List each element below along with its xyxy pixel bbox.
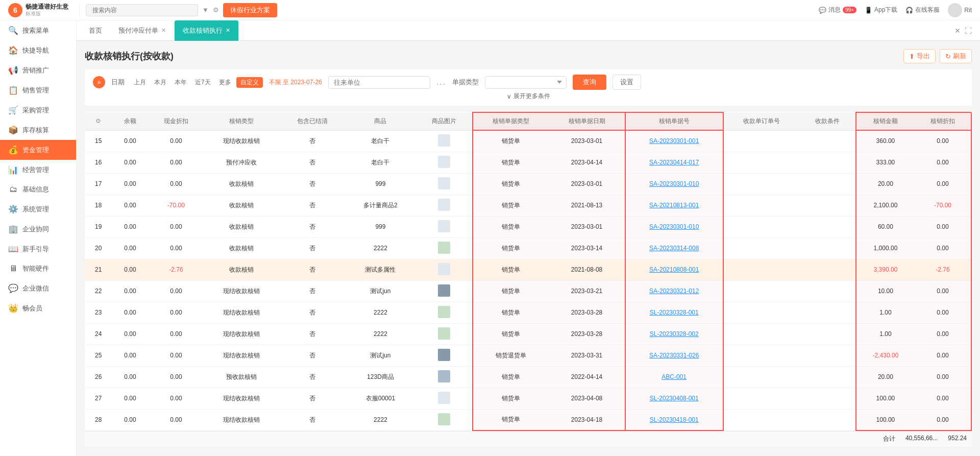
verify-type-cell: 收款核销 [229, 223, 254, 230]
row-number: 17 [95, 180, 102, 187]
row-number: 26 [95, 373, 102, 380]
bill-number-link[interactable]: SL-20230328-002 [650, 330, 699, 338]
dropdown-icon[interactable]: ▼ [202, 6, 209, 14]
verify-type-cell: 收款核销 [229, 266, 254, 273]
sidebar: 🔍 搜索菜单 🏠 快捷导航 📢 营销推广 📋 销售管理 🛒 采购管理 📦 库存核… [0, 20, 77, 456]
filter-date-this-year[interactable]: 本年 [172, 77, 190, 88]
product-image-thumb [438, 327, 450, 340]
online-service-btn[interactable]: 🎧 在线客服 [905, 6, 940, 14]
filter-billtype-select[interactable] [485, 76, 567, 89]
sidebar-item-wechat[interactable]: 💬 企业微信 [0, 278, 76, 298]
bill-number-link[interactable]: ABC-001 [662, 373, 687, 380]
tab-collection[interactable]: 收款核销执行 ✕ [175, 20, 239, 41]
tab-home[interactable]: 首页 [81, 20, 110, 41]
filter-date-last-month[interactable]: 上月 [131, 77, 149, 88]
message-btn[interactable]: 💬 消息 99+ [819, 6, 856, 14]
bill-number-link[interactable]: SL-20230408-001 [650, 395, 699, 402]
filter-date-this-month[interactable]: 本月 [151, 77, 169, 88]
phone-icon: 📱 [865, 7, 872, 14]
bill-type-cell: 销货单 [502, 373, 520, 380]
tab-expand-icon[interactable]: ⛶ [965, 27, 972, 35]
sidebar-item-quicknav[interactable]: 🏠 快捷导航 [0, 40, 76, 60]
sidebar-item-basicinfo[interactable]: 🗂 基础信息 [0, 180, 76, 199]
search-input[interactable] [86, 4, 198, 16]
product-cell: 2222 [374, 330, 387, 338]
tab-close-all-icon[interactable]: ✕ [954, 27, 961, 35]
th-balance: 余额 [112, 112, 149, 130]
tab-prepaid[interactable]: 预付冲应付单 ✕ [110, 20, 175, 41]
sidebar-item-label: 资金管理 [22, 146, 49, 155]
sidebar-item-sales[interactable]: 📋 销售管理 [0, 80, 76, 100]
table-row: 180.00-70.00收款核销否多计量商品2销货单2021-08-13SA-2… [85, 195, 971, 216]
sidebar-item-search[interactable]: 🔍 搜索菜单 [0, 20, 76, 40]
bill-number-link[interactable]: SA-20230414-017 [649, 159, 699, 166]
bill-number-link[interactable]: SA-20230301-001 [649, 137, 699, 145]
gear-icon[interactable]: ⚙ [95, 117, 101, 125]
bill-type-cell: 销货单 [502, 137, 520, 145]
bill-type-cell: 销货单 [502, 266, 520, 273]
bill-number-link[interactable]: SA-20230314-008 [649, 245, 699, 252]
app-download-btn[interactable]: 📱 App下载 [865, 6, 897, 14]
filter-partner-input[interactable] [328, 76, 430, 89]
sidebar-item-operation[interactable]: 📊 经营管理 [0, 160, 76, 180]
balance-cell: 0.00 [124, 223, 136, 230]
bill-number-link[interactable]: SA-20230301-010 [649, 180, 699, 187]
expand-more-btn[interactable]: ∨ 展开更多条件 [93, 92, 964, 101]
th-product: 商品 [345, 112, 416, 130]
search-menu-icon: 🔍 [8, 26, 18, 35]
tab-home-label: 首页 [89, 26, 102, 35]
filter-date-more[interactable]: 更多 [216, 77, 234, 88]
sidebar-item-enterprise[interactable]: 🏢 企业协同 [0, 219, 76, 239]
export-icon: ⬆ [909, 53, 915, 60]
cash-discount-cell: 0.00 [170, 352, 182, 359]
product-cell: 多计量商品2 [363, 202, 398, 209]
filter-date-7days[interactable]: 近7天 [192, 77, 214, 88]
sidebar-item-system[interactable]: ⚙️ 系统管理 [0, 199, 76, 219]
industry-button[interactable]: 休假行业方案 [223, 3, 277, 17]
footer-total-label: 合计 [883, 435, 895, 443]
user-profile[interactable]: Rit [948, 3, 972, 17]
filter-date-options: 上月 本月 本年 近7天 更多 自定义 [131, 77, 263, 88]
bill-number-link[interactable]: SL-20230328-001 [650, 309, 699, 316]
th-verify-discount: 核销折扣 [915, 112, 971, 130]
cash-discount-cell: -70.00 [167, 202, 185, 209]
bill-number-link[interactable]: SA-20230301-010 [649, 223, 699, 230]
row-number: 19 [95, 223, 102, 230]
th-bill-number: 核销单据号 [625, 112, 723, 130]
query-button[interactable]: 查询 [573, 75, 606, 90]
search-area: ▼ ⚙ 休假行业方案 [86, 3, 813, 17]
sidebar-item-member[interactable]: 👑 畅会员 [0, 298, 76, 318]
tab-prepaid-close[interactable]: ✕ [161, 27, 166, 34]
sidebar-item-guide[interactable]: 📖 新手引导 [0, 239, 76, 259]
bill-number-link[interactable]: SA-20230321-012 [649, 287, 699, 295]
verify-amount-cell: 1.00 [879, 309, 891, 316]
sidebar-item-purchase[interactable]: 🛒 采购管理 [0, 100, 76, 120]
filter-custom-button[interactable]: 自定义 [236, 77, 263, 88]
sidebar-item-marketing[interactable]: 📢 营销推广 [0, 60, 76, 80]
bill-number-link[interactable]: SL-20230418-001 [650, 416, 699, 423]
row-number: 24 [95, 330, 102, 338]
sidebar-item-label: 智能硬件 [22, 264, 49, 273]
filter-settings-button[interactable]: 设置 [612, 75, 641, 90]
bill-number-link[interactable]: SA-20210808-001 [649, 266, 699, 273]
refresh-button[interactable]: ↻ 刷新 [940, 49, 972, 63]
tab-collection-close[interactable]: ✕ [226, 27, 230, 34]
bill-type-cell: 销货单 [502, 202, 520, 209]
cash-discount-cell: 0.00 [170, 373, 182, 380]
bill-number-link[interactable]: SA-20210813-001 [649, 202, 699, 209]
verify-amount-cell: 20.00 [878, 180, 893, 187]
verify-amount-cell: -2,430.00 [873, 352, 899, 359]
bill-number-link[interactable]: SA-20230331-026 [649, 352, 699, 359]
product-cell: 2222 [374, 245, 387, 252]
filter-expand-button[interactable]: » [93, 76, 105, 88]
product-image-thumb [438, 156, 450, 168]
export-button[interactable]: ⬆ 导出 [903, 49, 936, 63]
table-row: 220.000.00现结收款核销否测试jun销货单2023-03-21SA-20… [85, 280, 971, 302]
sidebar-item-inventory[interactable]: 📦 库存核算 [0, 120, 76, 140]
sidebar-item-hardware[interactable]: 🖥 智能硬件 [0, 259, 76, 278]
included-settled-cell: 否 [309, 352, 315, 359]
sidebar-item-capital[interactable]: 💰 资金管理 [0, 140, 76, 160]
th-gear[interactable]: ⚙ [85, 112, 112, 130]
included-settled-cell: 否 [309, 202, 315, 209]
settings-icon[interactable]: ⚙ [213, 6, 219, 14]
